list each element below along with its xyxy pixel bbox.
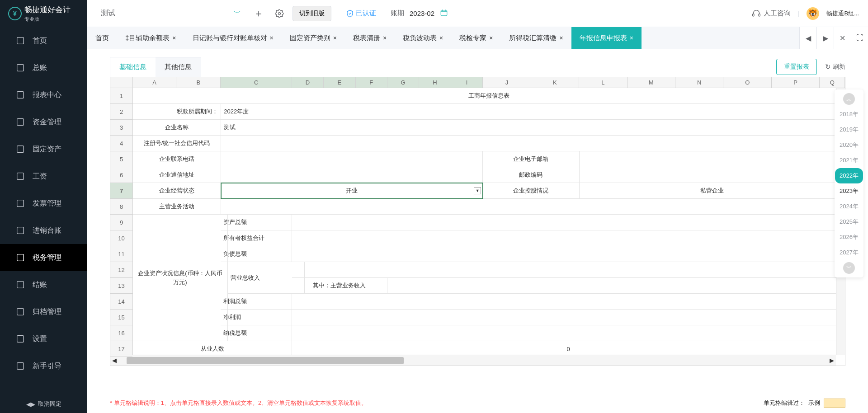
cell[interactable]: 2022年度 [221, 104, 845, 120]
row-header-6[interactable]: 6 [110, 167, 132, 183]
sidebar-item-12[interactable]: 新手引导 [0, 352, 87, 380]
tab-2[interactable]: 日记账与银行对账单核对× [184, 27, 282, 49]
cell[interactable]: 工商年报信息表 [133, 88, 845, 104]
cell[interactable]: 营业总收入 [228, 262, 305, 294]
cell[interactable]: 0 [292, 341, 845, 355]
cell[interactable] [221, 151, 483, 167]
year-2018年[interactable]: 2018年 [835, 107, 863, 122]
year-2025年[interactable]: 2025年 [835, 214, 863, 230]
col-header-J[interactable]: J [483, 77, 531, 88]
row-header-15[interactable]: 15 [110, 310, 132, 325]
cell[interactable] [387, 278, 845, 294]
cell[interactable]: 负债总额 [221, 246, 292, 262]
sidebar-item-1[interactable]: 总账 [0, 54, 87, 81]
year-2024年[interactable]: 2024年 [835, 199, 863, 214]
unpin-sidebar[interactable]: ◀▶ 取消固定 [0, 395, 87, 413]
cell[interactable] [580, 167, 845, 183]
tab-close-icon[interactable]: × [489, 34, 493, 42]
cell[interactable]: 主营业务活动 [133, 199, 221, 215]
cell[interactable]: 企业联系电话 [133, 151, 221, 167]
col-header-I[interactable]: I [451, 77, 483, 88]
row-header-14[interactable]: 14 [110, 294, 132, 310]
row-header-9[interactable]: 9 [110, 215, 132, 230]
cell[interactable]: 资产总额 [221, 215, 292, 230]
tab-close-icon[interactable]: × [333, 34, 337, 42]
dropdown-icon[interactable]: ▼ [474, 187, 481, 194]
col-header-B[interactable]: B [176, 77, 221, 88]
tab-close-icon[interactable]: × [559, 34, 563, 42]
org-selector[interactable]: 测试 ﹀ [96, 5, 245, 22]
cell[interactable]: 企业控股情况 [483, 183, 579, 199]
tab-0[interactable]: 首页 [87, 27, 117, 49]
sidebar-item-10[interactable]: 归档管理 [0, 298, 87, 325]
cell[interactable]: 纳税总额 [221, 325, 292, 341]
sidebar-item-2[interactable]: 报表中心 [0, 81, 87, 108]
sidebar-item-6[interactable]: 发票管理 [0, 190, 87, 217]
tab-1[interactable]: ‡目辅助余额表× [117, 27, 184, 49]
row-header-4[interactable]: 4 [110, 136, 132, 151]
col-header-F[interactable]: F [356, 77, 387, 88]
year-2026年[interactable]: 2026年 [835, 230, 863, 245]
row-header-10[interactable]: 10 [110, 230, 132, 246]
cell[interactable] [292, 246, 845, 262]
cell[interactable]: 从业人数 [133, 341, 292, 355]
col-header-N[interactable]: N [675, 77, 723, 88]
row-header-7[interactable]: 7 [110, 183, 132, 199]
scroll-right-icon[interactable]: ▶ [828, 357, 836, 364]
sidebar-item-4[interactable]: 固定资产 [0, 136, 87, 163]
row-header-16[interactable]: 16 [110, 325, 132, 341]
cell[interactable]: 企业电子邮箱 [483, 151, 579, 167]
cell[interactable] [292, 325, 845, 341]
cell[interactable]: 净利润 [221, 310, 292, 325]
cell[interactable]: 利润总额 [221, 294, 292, 310]
tab-8[interactable]: 年报信息申报表× [571, 27, 642, 49]
row-header-3[interactable]: 3 [110, 120, 132, 136]
grid-body[interactable]: 工商年报信息表税款所属期间：2022年度企业名称测试注册号/统一社会信用代码企业… [133, 88, 845, 355]
sidebar-item-7[interactable]: 进销台账 [0, 217, 87, 244]
add-button[interactable]: ＋ [251, 6, 266, 21]
row-header-12[interactable]: 12 [110, 262, 132, 278]
year-2023年[interactable]: 2023年 [835, 183, 863, 199]
avatar[interactable]: 🐯 [807, 7, 819, 20]
col-header-E[interactable]: E [324, 77, 355, 88]
fullscreen-icon[interactable]: ⛶ [851, 27, 868, 49]
sidebar-item-8[interactable]: 税务管理 [0, 244, 87, 271]
col-header-G[interactable]: G [387, 77, 419, 88]
cell[interactable] [221, 167, 483, 183]
subtab-other[interactable]: 其他信息 [156, 57, 201, 77]
col-header-D[interactable]: D [292, 77, 324, 88]
tab-next[interactable]: ▶ [816, 27, 834, 49]
spreadsheet[interactable]: ABCDEFGHIJKLMNOPQ 1234567891011121314151… [110, 77, 845, 366]
year-down-icon[interactable]: ︾ [843, 262, 855, 274]
tab-prev[interactable]: ◀ [799, 27, 816, 49]
tab-7[interactable]: 所得税汇算清缴× [501, 27, 571, 49]
row-header-1[interactable]: 1 [110, 88, 132, 104]
cell[interactable] [292, 215, 845, 230]
tab-3[interactable]: 固定资产类别× [282, 27, 345, 49]
col-header-M[interactable]: M [627, 77, 675, 88]
row-header-8[interactable]: 8 [110, 199, 132, 215]
support-link[interactable]: 人工咨询 [752, 9, 791, 18]
row-header-5[interactable]: 5 [110, 151, 132, 167]
settings-icon[interactable] [272, 6, 287, 21]
tab-close-icon[interactable]: × [630, 34, 633, 42]
sidebar-item-3[interactable]: 资金管理 [0, 108, 87, 136]
cell[interactable] [580, 151, 845, 167]
horizontal-scrollbar[interactable]: ◀ ▶ [110, 355, 836, 366]
sidebar-item-0[interactable]: 首页 [0, 27, 87, 54]
cell[interactable]: 私营企业 [580, 183, 845, 199]
calendar-icon[interactable] [440, 9, 448, 18]
cell[interactable]: 企业经营状态 [133, 183, 221, 199]
tab-4[interactable]: 税表清册× [345, 27, 395, 49]
col-header-K[interactable]: K [531, 77, 579, 88]
year-2022年[interactable]: 2022年 [835, 168, 863, 183]
tab-close-icon[interactable]: × [270, 34, 274, 42]
col-header-L[interactable]: L [579, 77, 627, 88]
tab-6[interactable]: 税检专家× [451, 27, 501, 49]
col-header-C[interactable]: C [221, 77, 292, 88]
cell[interactable] [292, 310, 845, 325]
tab-5[interactable]: 税负波动表× [395, 27, 451, 49]
row-header-13[interactable]: 13 [110, 278, 132, 294]
cell[interactable] [292, 262, 845, 278]
cell[interactable] [292, 294, 845, 310]
